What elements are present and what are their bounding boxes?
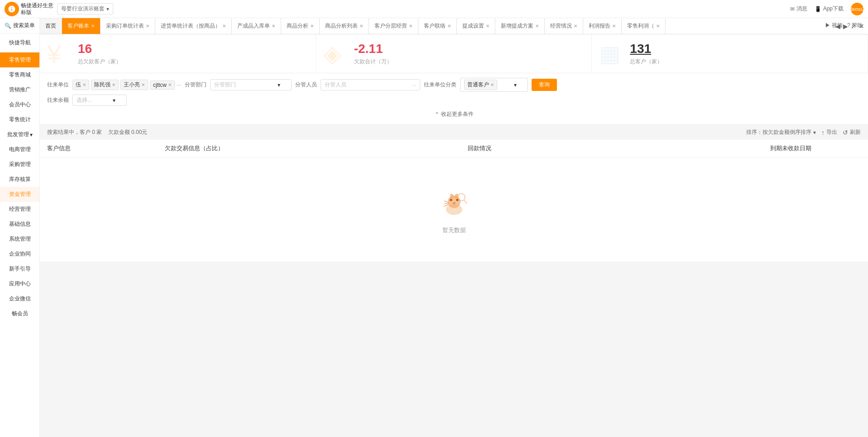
sidebar-item-basic-info[interactable]: 基础信息 [0,217,39,232]
message-icon: ✉ [790,6,795,12]
collapse-button[interactable]: ⌃ 收起更多条件 [47,109,861,120]
tab-close-raise[interactable]: ✕ [486,24,489,28]
col-payment: 回款情况 [468,144,771,152]
unit-class-filter-select[interactable]: 普通客户 ✕ ▾ [460,78,528,92]
tab-product-analysis-list[interactable]: 商品分析列表 ✕ [320,18,369,34]
tab-customer-contact[interactable]: 客户联络 ✕ [418,18,457,34]
logo-icon [5,2,19,16]
header-left: 畅捷通好生意 标版 母婴行业演示账套 ▾ [5,2,113,16]
empty-illustration [436,185,472,221]
app-download-button[interactable]: 📱 App下载 [815,5,844,13]
tab-close-production[interactable]: ✕ [272,24,275,28]
tab-operation[interactable]: 经营情况 ✕ [545,18,583,34]
search-button[interactable]: 查询 [532,79,557,91]
stat-credit-amount-value: -2.11 [354,42,392,56]
sidebar-item-marketing[interactable]: 营销推广 [0,82,39,97]
unit-filter-tags: 伍✕ 陈民强✕ 王小亮✕ cjttcw✕ ··· [72,80,181,90]
avatar[interactable]: demo2 [851,3,863,15]
stat-credit-customers-label: 总欠款客户（家） [78,58,121,66]
dept-filter-label: 分管部门 [185,81,206,89]
sidebar-search[interactable]: 🔍 搜索菜单 [0,18,39,33]
results-row: 搜索结果中，客户 0 家 欠款金额 0.00元 排序：按欠款金额倒序排序 ▾ [40,125,868,140]
tab-profit[interactable]: 利润报告 ✕ [583,18,622,34]
tab-close-product-list[interactable]: ✕ [360,24,363,28]
person-filter-label: 分管人员 [295,81,317,89]
unit-tag-1[interactable]: 陈民强✕ [91,80,119,90]
unit-tag-2[interactable]: 王小亮✕ [120,80,148,90]
sidebar-item-purchase[interactable]: 采购管理 [0,157,39,172]
dept-filter-select[interactable]: 分管部门 ▾ [210,79,292,90]
svg-point-4 [450,200,451,201]
stat-card-credit-customers: ¥ 16 总欠款客户（家） [40,34,316,73]
sidebar-item-vip[interactable]: 畅会员 [0,306,39,321]
tab-home[interactable]: 首页 [40,18,62,34]
stat-credit-customers-value: 16 [78,42,121,56]
unit-tag-0-close[interactable]: ✕ [82,82,86,87]
unit-tag-2-close[interactable]: ✕ [141,82,145,87]
sidebar-item-corp-coop[interactable]: 企业协同 [0,247,39,261]
sidebar-item-member[interactable]: 会员中心 [0,97,39,112]
balance-filter-select[interactable]: 选择... ▾ [72,95,127,106]
refresh-icon: ↺ [843,129,848,136]
page-content: ▶ 视频 ? 帮助 ¥ 16 总欠款客户（家） ◈ -2.11 [40,34,868,437]
filter-area: 往来单位 伍✕ 陈民强✕ 王小亮✕ cjttcw✕ ··· 分管部门 分管部门 … [40,73,868,125]
tab-new-raise[interactable]: 新增提成方案 ✕ [495,18,545,34]
tab-accounts[interactable]: 客户账本 ✕ [62,18,101,34]
tab-close-retail-profit[interactable]: ✕ [656,24,660,28]
unit-tag-1-close[interactable]: ✕ [112,82,115,87]
tab-inbound[interactable]: 进货单统计表（按商品） ✕ [155,18,232,34]
sort-select[interactable]: 排序：按欠款金额倒序排序 ▾ [746,128,816,136]
sidebar-item-inventory[interactable]: 库存核算 [0,172,39,187]
export-icon: ↑ [821,129,825,136]
results-summary: 搜索结果中，客户 0 家 欠款金额 0.00元 [47,128,147,136]
unit-class-filter-label: 往来单位分类 [424,81,456,89]
tab-raise-settings[interactable]: 提成设置 ✕ [457,18,495,34]
tab-close-new-raise[interactable]: ✕ [535,24,539,28]
main-layout: 🔍 搜索菜单 快捷导航 零售管理 零售商城 营销推广 会员中心 零售统计 批发管… [0,18,868,437]
sidebar-item-retail-mgmt[interactable]: 零售管理 [0,52,39,67]
sidebar-item-system[interactable]: 系统管理 [0,232,39,247]
sidebar-item-ecommerce[interactable]: 电商管理 [0,142,39,157]
account-dropdown[interactable]: 母婴行业演示账套 ▾ [57,3,113,14]
message-button[interactable]: ✉ 消息 [790,5,807,13]
filter-row-2: 往来余额 选择... ▾ [47,95,861,106]
tab-close-profit[interactable]: ✕ [612,24,616,28]
balance-filter-label: 往来余额 [47,96,69,104]
sidebar-item-retail-mall[interactable]: 零售商城 [0,67,39,82]
unit-tag-3[interactable]: cjttcw✕ [150,81,175,90]
sidebar-item-app-center[interactable]: 应用中心 [0,276,39,291]
tab-close-inbound[interactable]: ✕ [222,24,226,28]
tab-close-accounts[interactable]: ✕ [91,24,95,28]
sidebar-item-retail-stats[interactable]: 零售统计 [0,112,39,127]
unit-tag-3-close[interactable]: ✕ [168,82,172,87]
tab-customer-layer[interactable]: 客户分层经营 ✕ [369,18,418,34]
stat-total-customers-value: 131 [630,42,662,56]
unit-tag-0[interactable]: 伍✕ [72,80,89,90]
tab-retail-profit[interactable]: 零售利润（ ✕ [622,18,666,34]
logo-area: 畅捷通好生意 标版 [5,2,53,16]
tab-bar: 首页 客户账本 ✕ 采购订单统计表 ✕ 进货单统计表（按商品） ✕ 产成品入库单… [40,18,868,34]
sidebar-item-finance[interactable]: 资金管理 [0,187,39,202]
person-filter-input[interactable]: 分管人员 ··· [321,79,420,90]
tab-production[interactable]: 产成品入库单 ✕ [232,18,281,34]
svg-line-13 [464,200,467,204]
unit-filter-label: 往来单位 [47,81,69,89]
sidebar-item-wholesale[interactable]: 批发管理▾ [0,127,39,142]
unit-tag-more[interactable]: ··· [177,82,181,88]
tab-close-customer-contact[interactable]: ✕ [447,24,451,28]
sidebar-item-newbie[interactable]: 新手引导 [0,261,39,276]
tab-close-purchase[interactable]: ✕ [146,24,149,28]
sidebar-item-operation[interactable]: 经营管理 [0,202,39,217]
unit-class-tag[interactable]: 普通客户 ✕ [464,80,497,90]
sidebar-item-corp-wechat[interactable]: 企业微信 [0,291,39,306]
tab-close-operation[interactable]: ✕ [574,24,577,28]
table-area: 客户信息 欠款交易信息（占比） 回款情况 到期未收款日期 [40,140,868,261]
refresh-button[interactable]: ↺ 刷新 [843,128,861,136]
tab-purchase-order[interactable]: 采购订单统计表 ✕ [101,18,155,34]
sidebar-quick-nav-item[interactable]: 快捷导航 [0,35,39,50]
unit-class-tag-close[interactable]: ✕ [490,82,494,87]
tab-close-customer-layer[interactable]: ✕ [409,24,412,28]
tab-product-analysis[interactable]: 商品分析 ✕ [281,18,320,34]
tab-close-product-analysis[interactable]: ✕ [310,24,314,28]
export-button[interactable]: ↑ 导出 [821,128,837,136]
